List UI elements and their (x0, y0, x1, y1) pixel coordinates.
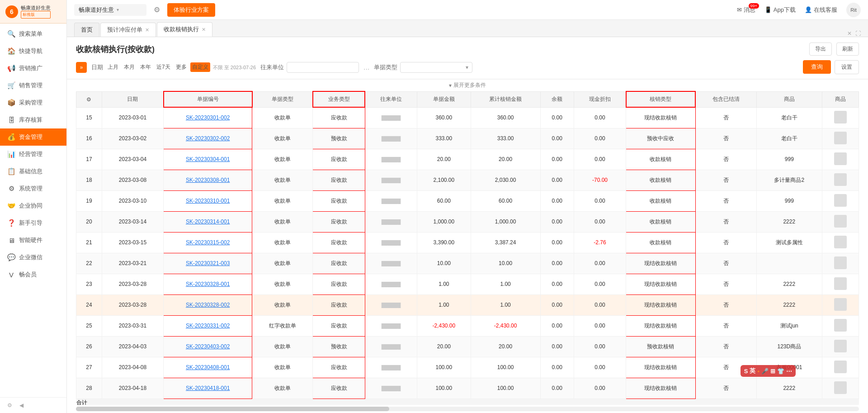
cell-doc_no[interactable]: SK-20230403-002 (164, 336, 252, 357)
doc-no-link[interactable]: SK-20230328-002 (186, 302, 230, 308)
sidebar-item-marketing[interactable]: 📢营销推广 (0, 60, 66, 77)
tab-prepay[interactable]: 预计冲应付单✕ (100, 23, 156, 37)
main-content: 畅康道好生意 ▾ ⚙ 体验行业方案 ✉ 消息 99+ 📱 App下载 👤 在线客… (67, 0, 868, 413)
doc-no-link[interactable]: SK-20230315-002 (186, 239, 230, 246)
sidebar-item-hardware[interactable]: 🖥智能硬件 (0, 232, 66, 249)
sidebar-item-search-menu[interactable]: 🔍搜索菜单 (0, 25, 66, 43)
solution-button[interactable]: 体验行业方案 (167, 3, 215, 17)
doc-no-link[interactable]: SK-20230321-003 (186, 260, 230, 266)
filter-bar: » 日期 上月 本月 本年 近7天 更多 自定义 不限 至 2023-07-26… (67, 56, 868, 79)
message-button[interactable]: ✉ 消息 99+ (737, 6, 755, 14)
date-option-7days[interactable]: 近7天 (155, 62, 172, 72)
doc-no-link[interactable]: SK-20230308-001 (186, 177, 230, 183)
sidebar-item-system[interactable]: ⚙系统管理 (0, 180, 66, 197)
date-option-more[interactable]: 更多 (174, 62, 189, 72)
service-button[interactable]: 👤 在线客服 (805, 6, 837, 14)
expand-tab-icon[interactable]: ⛶ (855, 30, 861, 37)
cell-include_settled: 否 (695, 190, 756, 211)
doc-no-link[interactable]: SK-20230302-002 (186, 135, 230, 142)
sidebar-item-operations[interactable]: 📊经营管理 (0, 146, 66, 163)
tab-close-prepay[interactable]: ✕ (145, 27, 149, 33)
goods-image (834, 340, 847, 352)
cell-writeoff_type: 现结收款核销 (626, 253, 696, 274)
cell-doc_no[interactable]: SK-20230315-002 (164, 232, 252, 253)
tab-label-prepay: 预计冲应付单 (107, 26, 142, 34)
cell-amount: 20.00 (417, 149, 471, 170)
cell-doc_type: 收款单 (252, 336, 313, 357)
filter-settings-button[interactable]: 设置 (835, 60, 859, 74)
sidebar-item-inventory[interactable]: 🗄库存核算 (0, 111, 66, 128)
refresh-button[interactable]: 刷新 (836, 43, 859, 56)
date-option-this-year[interactable]: 本年 (138, 62, 153, 72)
doc-no-link[interactable]: SK-20230301-002 (186, 114, 230, 121)
cell-doc_no[interactable]: SK-20230418-001 (164, 378, 252, 399)
col-header-balance: 余额 (540, 91, 574, 107)
doc-no-link[interactable]: SK-20230310-001 (186, 198, 230, 204)
doc-no-link[interactable]: SK-20230403-002 (186, 343, 230, 350)
query-button[interactable]: 查询 (803, 60, 831, 74)
scrollbar-thumb[interactable] (76, 407, 389, 411)
export-button[interactable]: 导出 (809, 43, 832, 56)
partner-input[interactable] (287, 62, 359, 73)
cell-doc_type: 收款单 (252, 149, 313, 170)
date-options: 上月 本月 本年 近7天 更多 自定义 (106, 62, 210, 72)
doc-no-link[interactable]: SK-20230418-001 (186, 385, 230, 391)
user-avatar[interactable]: Rit (846, 3, 861, 17)
cell-biz_type: 应收款 (313, 274, 365, 294)
cell-biz_type: 应收款 (313, 294, 365, 315)
doc-type-filter-group: 单据类型 ▾ (374, 62, 472, 73)
expand-more-conditions[interactable]: ▾ 展开更多条件 (67, 79, 868, 91)
sidebar-label-quick-nav: 快捷导航 (19, 47, 42, 55)
cell-doc_no[interactable]: SK-20230310-001 (164, 190, 252, 211)
collapse-icon[interactable]: ◀ (19, 402, 24, 408)
cell-amount: 3,390.00 (417, 232, 471, 253)
tab-close-writeoff[interactable]: ✕ (202, 27, 206, 33)
cell-doc_type: 收款单 (252, 232, 313, 253)
tab-writeoff[interactable]: 收款核销执行✕ (157, 22, 212, 37)
doc-no-link[interactable]: SK-20230314-001 (186, 218, 230, 225)
cell-goods: 2222 (756, 211, 822, 232)
gear-icon[interactable]: ⚙ (154, 5, 160, 14)
tab-home[interactable]: 首页 (74, 23, 99, 37)
brand-selector[interactable]: 畅康道好生意 ▾ (74, 4, 146, 16)
cell-partner: ██████ (365, 336, 417, 357)
cell-no: 22 (76, 253, 102, 274)
date-custom-button[interactable]: 自定义 (190, 62, 210, 72)
sidebar-icon-inventory: 🗄 (7, 116, 15, 124)
table-row: 232023-03-28SK-20230328-001收款单应收款██████1… (76, 274, 859, 294)
cell-include_settled: 否 (695, 149, 756, 170)
cell-doc_no[interactable]: SK-20230408-001 (164, 357, 252, 378)
sidebar-item-sales[interactable]: 🛒销售管理 (0, 77, 66, 94)
cell-doc_no[interactable]: SK-20230328-001 (164, 274, 252, 294)
doc-no-link[interactable]: SK-20230331-002 (186, 323, 230, 329)
cell-doc_no[interactable]: SK-20230302-002 (164, 128, 252, 149)
settings-icon[interactable]: ⚙ (7, 402, 12, 408)
sidebar-item-member[interactable]: V畅会员 (0, 266, 66, 283)
cell-doc_no[interactable]: SK-20230304-001 (164, 149, 252, 170)
doc-no-link[interactable]: SK-20230304-001 (186, 156, 230, 162)
sidebar-item-wechat[interactable]: 💬企业微信 (0, 249, 66, 266)
horizontal-scrollbar[interactable] (76, 407, 859, 411)
sidebar-item-quick-nav[interactable]: 🏠快捷导航 (0, 43, 66, 60)
cell-doc_no[interactable]: SK-20230331-002 (164, 315, 252, 336)
close-tab-icon[interactable]: ✕ (847, 30, 852, 37)
sidebar-item-guide[interactable]: ❓新手引导 (0, 214, 66, 232)
filter-expand-button[interactable]: » (76, 62, 87, 73)
date-option-last-month[interactable]: 上月 (106, 62, 120, 72)
sidebar-item-enterprise[interactable]: 🤝企业协同 (0, 197, 66, 214)
sidebar-item-basic[interactable]: 📋基础信息 (0, 163, 66, 180)
app-download-button[interactable]: 📱 App下载 (764, 6, 796, 14)
date-option-this-month[interactable]: 本月 (122, 62, 137, 72)
cell-doc_no[interactable]: SK-20230314-001 (164, 211, 252, 232)
cell-doc_no[interactable]: SK-20230328-002 (164, 294, 252, 315)
cell-doc_no[interactable]: SK-20230308-001 (164, 170, 252, 190)
doc-no-link[interactable]: SK-20230408-001 (186, 364, 230, 370)
doc-no-link[interactable]: SK-20230328-001 (186, 281, 230, 287)
doc-type-select[interactable]: ▾ (400, 62, 472, 73)
sidebar-item-purchase[interactable]: 📦采购管理 (0, 94, 66, 111)
cell-no: 19 (76, 190, 102, 211)
cell-doc_no[interactable]: SK-20230321-003 (164, 253, 252, 274)
cell-doc_no[interactable]: SK-20230301-002 (164, 107, 252, 128)
sidebar-logo: 6 畅康道好生意 标推版 (0, 0, 66, 24)
sidebar-item-finance[interactable]: 💰资金管理 (0, 128, 66, 146)
